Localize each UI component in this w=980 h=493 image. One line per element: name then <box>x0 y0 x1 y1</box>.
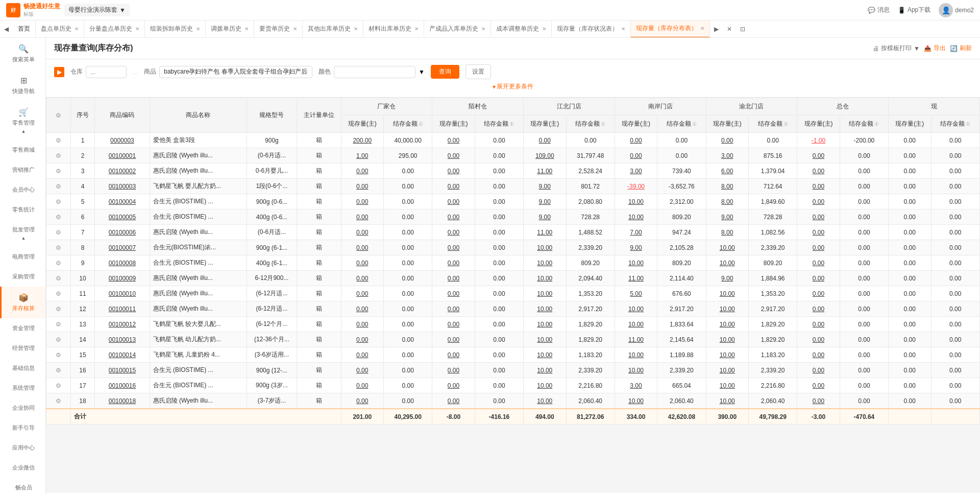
app-download-btn[interactable]: 📱 App下载 <box>898 6 930 14</box>
tab-item-5[interactable]: 要货单历史✕ <box>254 20 303 38</box>
cell-seq: 5 <box>70 194 95 209</box>
tab-item-10[interactable]: 现存量（库存状况表）✕ <box>552 20 631 38</box>
warehouse-input[interactable] <box>86 66 127 78</box>
tab-item-3[interactable]: 组装拆卸单历史✕ <box>145 20 206 38</box>
sidebar-item-nav[interactable]: ⊞快捷导航 <box>0 69 45 101</box>
cell-settings[interactable]: ⚙ <box>46 163 71 179</box>
sidebar-item-finance[interactable]: 资金管理 <box>0 318 45 338</box>
tab-close-icon[interactable]: ✕ <box>354 26 358 32</box>
expand-link[interactable]: ▾ 展开更多条件 <box>493 82 533 91</box>
print-btn[interactable]: 🖨 按模板打印 ▼ <box>873 44 920 53</box>
sidebar-item-corp[interactable]: 企业协同 <box>0 398 45 418</box>
table-row: ⚙ 8 00100007 合生元(BIOSTIME)浓... 900g (6-1… <box>46 240 980 255</box>
tab-close-icon[interactable]: ✕ <box>621 26 625 32</box>
color-input[interactable] <box>334 66 415 78</box>
sidebar-item-guide[interactable]: 新手引导 <box>0 418 45 438</box>
cell-jbmd-amt: 2,060.40 <box>566 393 615 409</box>
cell-code: 00100010 <box>95 286 150 301</box>
store-selector[interactable]: 母婴行业演示陈套 ▼ <box>64 4 130 16</box>
tab-expand-btn[interactable]: ⊡ <box>736 20 749 38</box>
settings-btn[interactable]: 设置 <box>465 64 491 79</box>
cell-spec: (0-6月适... <box>247 148 297 163</box>
tab-close-icon[interactable]: ✕ <box>700 26 704 31</box>
sidebar-item-basic[interactable]: 基础信息 <box>0 358 45 378</box>
cell-name: 惠氏启陵 (Wyeth illu... <box>150 163 247 179</box>
cell-settings[interactable]: ⚙ <box>46 363 71 378</box>
sidebar-item-members[interactable]: 畅会员 <box>0 478 45 493</box>
cell-settings[interactable]: ⚙ <box>46 271 71 286</box>
cell-settings[interactable]: ⚙ <box>46 255 71 271</box>
cell-code: 00100009 <box>95 271 150 286</box>
table-row: ⚙ 13 00100012 飞鹤星飞帆 较大婴儿配... (6-12个月... … <box>46 317 980 332</box>
refresh-btn[interactable]: 🔄 刷新 <box>950 44 972 53</box>
tab-close-icon[interactable]: ✕ <box>293 26 297 32</box>
cell-settings[interactable]: ⚙ <box>46 393 71 409</box>
sidebar-item-appcenter[interactable]: 应用中心 <box>0 438 45 458</box>
cell-namd-num: -39.00 <box>615 179 657 194</box>
sidebar-item-inventory[interactable]: 📦库存核算 <box>0 287 45 318</box>
cell-jbmd-num: 10.00 <box>524 363 566 378</box>
cell-mcck-amt: 0.00 <box>475 317 523 332</box>
query-btn[interactable]: 查询 <box>431 65 459 79</box>
tab-item-1[interactable]: 盘点单历史✕ <box>36 20 84 38</box>
cell-settings[interactable]: ⚙ <box>46 209 71 225</box>
cell-settings[interactable]: ⚙ <box>46 317 71 332</box>
message-btn[interactable]: 💬 消息 <box>868 6 890 14</box>
tab-close-icon[interactable]: ✕ <box>196 26 200 32</box>
tab-next-btn[interactable]: ▶ <box>710 20 723 38</box>
cell-settings[interactable]: ⚙ <box>46 225 71 240</box>
tab-close-icon[interactable]: ✕ <box>414 26 419 32</box>
th-settings[interactable]: ⚙ <box>46 98 71 133</box>
cell-settings[interactable]: ⚙ <box>46 148 71 163</box>
sidebar-item-retail-store[interactable]: 零售商城 <box>0 140 45 160</box>
tab-item-9[interactable]: 成本调整单历史✕ <box>491 20 552 38</box>
tab-close-icon[interactable]: ✕ <box>135 26 139 32</box>
tab-item-8[interactable]: 产成品入库单历史✕ <box>424 20 491 38</box>
sidebar-item-wholesale[interactable]: 批发管理▲ <box>0 220 45 247</box>
tab-close-all-btn[interactable]: ✕ <box>723 20 736 38</box>
tab-item-11[interactable]: 现存量（库存分布表）✕ <box>631 20 710 38</box>
cell-settings[interactable]: ⚙ <box>46 179 71 194</box>
sidebar-item-retail-stats[interactable]: 零售统计 <box>0 200 45 220</box>
sidebar-item-marketing[interactable]: 营销推广 <box>0 160 45 180</box>
sidebar-item-search[interactable]: 🔍搜索英单 <box>0 38 45 69</box>
tab-item-2[interactable]: 分量盘点单历史✕ <box>84 20 145 38</box>
sidebar-item-system[interactable]: 系统管理 <box>0 378 45 398</box>
cell-zck-amt: 0.00 <box>840 301 888 317</box>
tab-close-icon[interactable]: ✕ <box>75 26 79 32</box>
logo-text-area: 畅捷通好生意 标版 <box>23 2 60 18</box>
tab-close-icon[interactable]: ✕ <box>244 26 249 32</box>
filter-toggle-btn[interactable]: ▶ <box>54 67 64 77</box>
tab-prev-btn[interactable]: ◀ <box>0 20 13 38</box>
cell-settings[interactable]: ⚙ <box>46 194 71 209</box>
tab-item-7[interactable]: 材料出库单历史✕ <box>363 20 424 38</box>
cell-spec: (3-7岁适... <box>247 393 297 409</box>
goods-input[interactable] <box>159 66 312 78</box>
th-group-namd: 南岸门店 <box>615 98 706 115</box>
sidebar-item-retail[interactable]: 🛒零售管理▲ <box>0 101 45 140</box>
sidebar-item-ecommerce[interactable]: 电商管理 <box>0 247 45 267</box>
cell-settings[interactable]: ⚙ <box>46 240 71 255</box>
user-area[interactable]: 👤 demo2 <box>939 3 974 17</box>
tab-close-icon[interactable]: ✕ <box>481 26 485 32</box>
tab-item-0[interactable]: 首页 <box>13 20 36 38</box>
sidebar-item-corp-wechat[interactable]: 企业微信 <box>0 458 45 478</box>
cell-settings[interactable]: ⚙ <box>46 301 71 317</box>
tab-item-4[interactable]: 调拨单历史✕ <box>206 20 254 38</box>
cell-jbmd-amt: 1,829.20 <box>566 317 615 332</box>
basic-label: 基础信息 <box>12 364 35 372</box>
cell-jbmd-amt: 2,216.80 <box>566 378 615 393</box>
sidebar-item-purchase[interactable]: 采购管理 <box>0 267 45 287</box>
cell-settings[interactable]: ⚙ <box>46 347 71 363</box>
sidebar-item-member[interactable]: 会员中心 <box>0 180 45 200</box>
warehouse-label: 仓库 <box>70 67 83 76</box>
cell-settings[interactable]: ⚙ <box>46 286 71 301</box>
cell-settings[interactable]: ⚙ <box>46 332 71 347</box>
cell-settings[interactable]: ⚙ <box>46 378 71 393</box>
cell-settings[interactable]: ⚙ <box>46 133 71 148</box>
sidebar-item-operation[interactable]: 经营管理 <box>0 338 45 358</box>
export-btn[interactable]: 📤 导出 <box>924 44 946 53</box>
cell-xian-amt: 0.00 <box>931 332 980 347</box>
tab-close-icon[interactable]: ✕ <box>542 26 546 32</box>
tab-item-6[interactable]: 其他出库单历史✕ <box>303 20 363 38</box>
